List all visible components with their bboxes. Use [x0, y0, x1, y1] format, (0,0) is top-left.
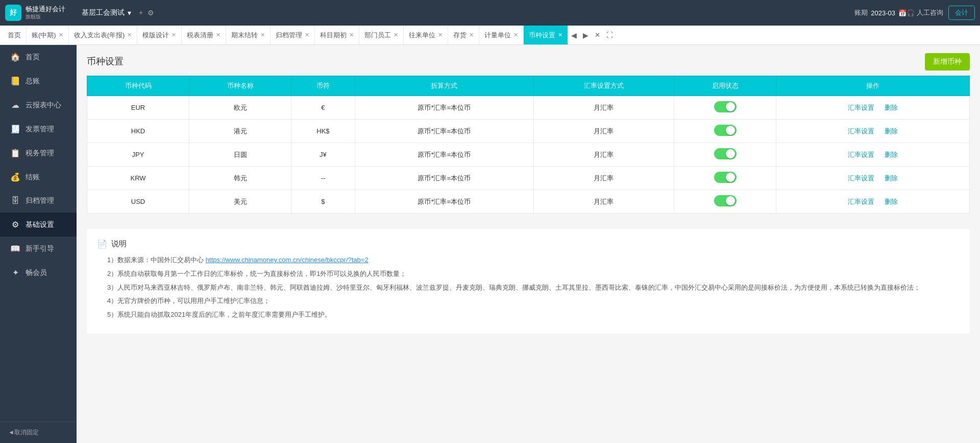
delete-link[interactable]: 删除 [885, 104, 898, 111]
dropdown-icon: ▾ [128, 9, 131, 17]
notes-link[interactable]: https://www.chinamoney.com.cn/chinese/bk… [206, 256, 369, 264]
cell-actions: 汇率设置 删除 [776, 120, 970, 143]
cell-rate-method: 月汇率 [533, 143, 674, 167]
settings-gear-icon: ⚙ [10, 220, 20, 229]
table-row: USD 美元 $ 原币*汇率=本位币 月汇率 汇率设置 删除 [87, 190, 970, 214]
tab-currency-close[interactable]: ✕ [558, 32, 562, 38]
tab-tax-close[interactable]: ✕ [216, 32, 220, 38]
tab-inventory[interactable]: 存货 ✕ [448, 26, 479, 45]
tab-expand-btn[interactable]: ✕ [592, 31, 603, 39]
tab-period-close[interactable]: ✕ [59, 32, 63, 38]
tab-subject-close[interactable]: ✕ [349, 32, 354, 38]
tax-icon: 📋 [10, 148, 20, 158]
sidebar-item-tax[interactable]: 📋 税务管理 [0, 141, 77, 165]
cell-symbol: HK$ [291, 120, 355, 143]
tab-income-close[interactable]: ✕ [127, 32, 132, 38]
sidebar-member-label: 畅会员 [26, 268, 47, 277]
tab-partner[interactable]: 往来单位 ✕ [404, 26, 448, 45]
sidebar-item-guide[interactable]: 📖 新手引导 [0, 237, 77, 261]
cell-status [674, 167, 776, 190]
sidebar: 🏠 首页 📒 总账 ☁ 云报表中心 🧾 发票管理 📋 税务管理 💰 结账 🗄 归… [0, 45, 77, 443]
toggle-enabled[interactable] [714, 125, 737, 136]
cell-actions: 汇率设置 删除 [776, 96, 970, 120]
ledger-icon: 📒 [10, 76, 20, 86]
tab-inventory-close[interactable]: ✕ [469, 32, 474, 38]
tab-unit-close[interactable]: ✕ [513, 32, 518, 38]
tab-income[interactable]: 收入支出表(年报) ✕ [69, 26, 138, 45]
cell-actions: 汇率设置 删除 [776, 143, 970, 167]
sidebar-item-archive[interactable]: 🗄 归档管理 [0, 189, 77, 213]
tab-home-label: 首页 [8, 31, 21, 40]
cell-symbol: -- [291, 167, 355, 190]
sidebar-item-settings[interactable]: ⚙ 基础设置 [0, 213, 77, 237]
main-layout: 🏠 首页 📒 总账 ☁ 云报表中心 🧾 发票管理 📋 税务管理 💰 结账 🗄 归… [0, 45, 980, 443]
sidebar-item-invoice[interactable]: 🧾 发票管理 [0, 117, 77, 141]
calendar-icon[interactable]: 📅 [898, 9, 906, 17]
tab-subject[interactable]: 科目期初 ✕ [315, 26, 359, 45]
delete-link[interactable]: 删除 [885, 151, 898, 158]
cell-rate-method: 月汇率 [533, 190, 674, 214]
toggle-enabled[interactable] [714, 148, 737, 159]
cell-code: JPY [87, 143, 189, 167]
help-button[interactable]: 🎧 人工咨询 [906, 8, 943, 17]
settings-icon[interactable]: ⚙ [148, 9, 154, 17]
tab-unit[interactable]: 计量单位 ✕ [479, 26, 524, 45]
delete-link[interactable]: 删除 [885, 174, 898, 182]
sidebar-item-home[interactable]: 🏠 首页 [0, 45, 77, 69]
tab-archive[interactable]: 归档管理 ✕ [271, 26, 315, 45]
archive-icon: 🗄 [10, 196, 20, 205]
sidebar-item-member[interactable]: ✦ 畅会员 [0, 261, 77, 285]
rate-settings-link[interactable]: 汇率设置 [848, 151, 874, 158]
tab-partner-label: 往来单位 [409, 31, 435, 40]
sidebar-item-settle[interactable]: 💰 结账 [0, 165, 77, 189]
sidebar-pin-toggle[interactable]: ◄取消固定 [0, 422, 77, 443]
tab-next-btn[interactable]: ▶ [580, 31, 592, 39]
cell-name: 美元 [189, 190, 291, 214]
tab-prev-btn[interactable]: ◀ [568, 31, 580, 39]
toggle-enabled[interactable] [714, 101, 737, 112]
tab-template[interactable]: 模版设计 ✕ [137, 26, 182, 45]
tab-archive-close[interactable]: ✕ [305, 32, 309, 38]
account-button[interactable]: 会计 [948, 6, 975, 20]
tab-tax[interactable]: 税表清册 ✕ [182, 26, 226, 45]
company-name: 基层工会测试 [82, 8, 125, 17]
sidebar-item-ledger[interactable]: 📒 总账 [0, 69, 77, 93]
app-name: 畅捷通好会计 [26, 5, 65, 13]
rate-settings-link[interactable]: 汇率设置 [848, 127, 874, 135]
tab-dept-close[interactable]: ✕ [394, 32, 398, 38]
cell-status [674, 143, 776, 167]
add-icon[interactable]: ＋ [137, 8, 144, 17]
notes-title-text: 说明 [111, 239, 127, 249]
company-selector[interactable]: 基层工会测试 ▾ ＋ ⚙ [82, 8, 844, 17]
rate-settings-link[interactable]: 汇率设置 [848, 198, 874, 205]
delete-link[interactable]: 删除 [885, 127, 898, 135]
toggle-enabled[interactable] [714, 195, 737, 206]
toggle-enabled[interactable] [714, 172, 737, 183]
note-item-3: 3）人民币对马来西亚林吉特、俄罗斯卢布、南非兰特、韩元、阿联酋迪拉姆、沙特里亚尔… [107, 283, 960, 293]
tab-template-close[interactable]: ✕ [172, 32, 176, 38]
sidebar-report-label: 云报表中心 [26, 101, 61, 110]
tab-partner-close[interactable]: ✕ [438, 32, 443, 38]
tab-dept[interactable]: 部门员工 ✕ [359, 26, 404, 45]
tab-currency[interactable]: 币种设置 ✕ [524, 26, 568, 45]
tab-period-end-label: 期末结转 [231, 31, 258, 40]
cell-rate-method: 月汇率 [533, 96, 674, 120]
new-currency-button[interactable]: 新增币种 [925, 53, 970, 71]
tab-period[interactable]: 账(中期) ✕ [27, 26, 69, 45]
tab-tax-label: 税表清册 [187, 31, 213, 40]
sidebar-settings-label: 基础设置 [26, 220, 54, 229]
content-area: 币种设置 新增币种 币种代码 币种名称 币符 折算方式 汇率设置方式 启用状态 … [77, 45, 980, 443]
note-item-1: 1）数据来源：中国外汇交易中心 https://www.chinamoney.c… [107, 255, 960, 266]
tab-period-end-close[interactable]: ✕ [260, 32, 265, 38]
sidebar-item-report[interactable]: ☁ 云报表中心 [0, 93, 77, 117]
tab-period-end[interactable]: 期末结转 ✕ [226, 26, 271, 45]
tab-fullscreen-btn[interactable]: ⛶ [603, 31, 616, 39]
logo-text: 畅捷通好会计 旗舰版 [26, 5, 65, 20]
rate-settings-link[interactable]: 汇率设置 [848, 104, 874, 111]
member-icon: ✦ [10, 268, 20, 277]
toggle-knob [726, 196, 735, 205]
tab-home[interactable]: 首页 [3, 26, 27, 45]
delete-link[interactable]: 删除 [885, 198, 898, 205]
rate-settings-link[interactable]: 汇率设置 [848, 174, 874, 182]
period-info: 账期 2023-03 📅 [854, 8, 906, 17]
